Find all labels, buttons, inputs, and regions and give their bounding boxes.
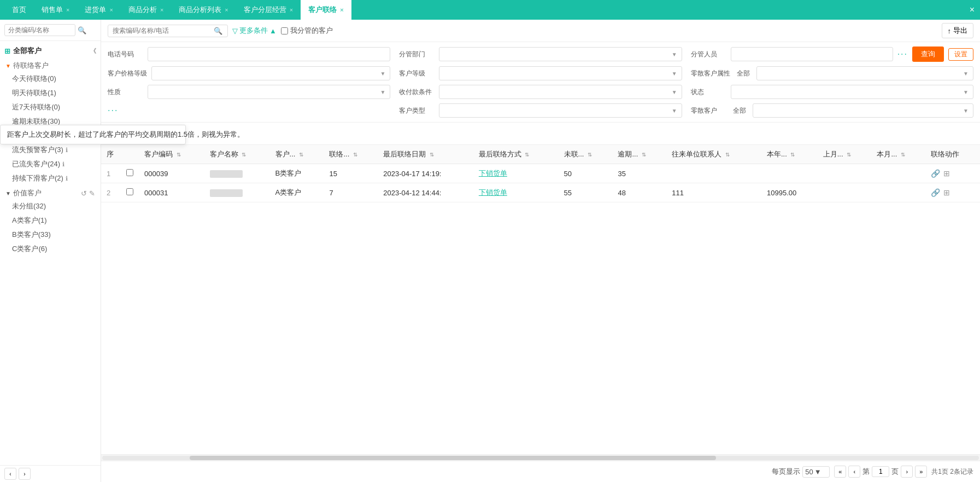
customer-level-select[interactable]: ▼ — [439, 66, 682, 80]
col-last-month[interactable]: 上月... ⇅ — [818, 145, 872, 164]
row-checkbox-1[interactable] — [126, 188, 133, 195]
filter-search-icon[interactable]: 🔍 — [214, 27, 222, 35]
sidebar-item-declining[interactable]: 持续下滑客户(2) ℹ — [0, 171, 101, 185]
col-last-method[interactable]: 最后联络方式 ⇅ — [473, 145, 559, 164]
table-area: ⚙ 序 客户编码 ⇅ 客户名称 ⇅ 客户... ⇅ 联络... ⇅ 最后联络日期… — [101, 123, 980, 482]
col-overdue[interactable]: 逾期... ⇅ — [612, 145, 666, 164]
collapse-icon[interactable]: 《 — [90, 47, 96, 55]
sidebar-item-ungrouped[interactable]: 未分组(32) — [0, 199, 101, 213]
action-grid-icon[interactable]: ⊞ — [943, 188, 950, 197]
chevron-down-icon-6: ▼ — [672, 89, 677, 95]
cell-checkbox[interactable] — [121, 164, 139, 183]
col-name[interactable]: 客户名称 ⇅ — [204, 145, 270, 164]
sidebar-next-button[interactable]: › — [19, 468, 31, 480]
sidebar-item-churned[interactable]: 已流失客户(24) ℹ — [0, 157, 101, 171]
sidebar-item-churn-warning[interactable]: 流失预警客户(3) ℹ — [0, 143, 101, 157]
payment-label: 收付款条件 — [399, 88, 435, 97]
col-level[interactable]: 客户... ⇅ — [270, 145, 324, 164]
nav-product-analysis-list[interactable]: 商品分析列表 × — [171, 0, 236, 20]
cell-checkbox[interactable] — [121, 183, 139, 202]
col-uncontacted[interactable]: 未联... ⇅ — [559, 145, 613, 164]
sidebar-item-b-class[interactable]: B类客户(33) — [0, 228, 101, 242]
sidebar: 🔍 ⊞ 全部客户 《 ▼ 待联络客户 今天待联络(0) 明天待联络(1) 近7天… — [0, 20, 101, 482]
retail-customer-select[interactable]: ▼ — [753, 103, 973, 118]
sort-icon-year: ⇅ — [790, 152, 795, 158]
close-sales-tab[interactable]: × — [66, 7, 69, 13]
col-last-date[interactable]: 最后联络日期 ⇅ — [378, 145, 473, 164]
action-grid-icon[interactable]: ⊞ — [943, 169, 950, 178]
action-link-icon[interactable]: 🔗 — [931, 188, 940, 197]
manager-label: 分管人员 — [691, 50, 726, 59]
settings-button[interactable]: 设置 — [948, 48, 973, 61]
manager-more-icon[interactable]: ··· — [897, 49, 908, 59]
refresh-icon[interactable]: ↺ — [81, 189, 87, 198]
cell-last-method[interactable]: 下销货单 — [473, 164, 559, 183]
close-product-analysis-tab[interactable]: × — [160, 7, 163, 13]
sidebar-item-c-class[interactable]: C类客户(6) — [0, 242, 101, 256]
next-page-button[interactable]: › — [901, 466, 913, 478]
close-purchase-tab[interactable]: × — [109, 7, 113, 13]
phone-input[interactable] — [148, 47, 390, 61]
nav-home[interactable]: 首页 — [4, 0, 34, 20]
scroll-thumb[interactable] — [190, 456, 715, 460]
nav-customer-contact[interactable]: 客户联络 × — [301, 0, 351, 20]
prev-page-button[interactable]: ‹ — [848, 466, 860, 478]
col-this-year[interactable]: 本年... ⇅ — [761, 145, 818, 164]
filter-row-nature: 性质 ▼ — [108, 85, 390, 99]
row-checkbox-0[interactable] — [126, 169, 133, 176]
export-button[interactable]: ↑ 导出 — [942, 23, 974, 38]
col-this-month[interactable]: 本月... ⇅ — [871, 145, 925, 164]
filter-search-input[interactable] — [113, 27, 214, 34]
manager-input[interactable] — [731, 47, 893, 61]
status-select[interactable]: ▼ — [731, 85, 973, 99]
dept-select[interactable]: ▼ — [439, 47, 682, 61]
more-conditions-btn[interactable]: ▽ 更多条件 ▲ — [232, 26, 277, 36]
my-customers-checkbox[interactable] — [281, 27, 288, 34]
all-customers-header[interactable]: ⊞ 全部客户 《 — [0, 43, 101, 59]
phone-label: 电话号码 — [108, 50, 143, 59]
first-page-button[interactable]: « — [834, 466, 846, 478]
close-customer-tier-tab[interactable]: × — [290, 7, 293, 13]
nav-sales[interactable]: 销售单 × — [34, 0, 77, 20]
price-level-select[interactable]: ▼ — [151, 66, 390, 80]
table-wrapper[interactable]: 序 客户编码 ⇅ 客户名称 ⇅ 客户... ⇅ 联络... ⇅ 最后联络日期 ⇅… — [101, 145, 980, 454]
page-input[interactable] — [872, 466, 889, 477]
pagination: 每页显示 50 ▼ « ‹ 第 页 › » 共1页 2条记录 — [101, 461, 980, 482]
action-link-icon[interactable]: 🔗 — [931, 169, 940, 178]
nav-purchase[interactable]: 进货单 × — [77, 0, 120, 20]
sidebar-item-today[interactable]: 今天待联络(0) — [0, 72, 101, 86]
customer-type-select[interactable]: ▼ — [439, 103, 682, 118]
retail-attr-select[interactable]: ▼ — [756, 66, 973, 80]
sidebar-search-input[interactable] — [4, 24, 75, 36]
filter-bar: 🔍 ▽ 更多条件 ▲ 我分管的客户 ↑ 导出 — [101, 20, 980, 42]
info-icon-churned[interactable]: ℹ — [62, 161, 64, 168]
sidebar-item-7days[interactable]: 近7天待联络(0) — [0, 100, 101, 114]
close-customer-contact-tab[interactable]: × — [340, 7, 343, 13]
horizontal-scrollbar[interactable] — [101, 454, 980, 461]
filter-row-customer-type: 客户类型 ▼ — [399, 103, 682, 118]
pending-contact-group[interactable]: ▼ 待联络客户 — [0, 59, 101, 72]
nav-product-analysis[interactable]: 商品分析 × — [121, 0, 171, 20]
info-icon-declining[interactable]: ℹ — [66, 175, 68, 182]
window-close-button[interactable]: × — [970, 5, 975, 15]
close-product-analysis-list-tab[interactable]: × — [225, 7, 228, 13]
info-icon-churn[interactable]: ℹ — [66, 147, 68, 154]
nav-customer-tier[interactable]: 客户分层经营 × — [236, 0, 301, 20]
col-contact-count[interactable]: 联络... ⇅ — [324, 145, 378, 164]
col-code[interactable]: 客户编码 ⇅ — [139, 145, 204, 164]
payment-select[interactable]: ▼ — [439, 85, 682, 99]
filter-more-dots[interactable]: ··· — [108, 106, 118, 115]
sidebar-prev-button[interactable]: ‹ — [4, 468, 16, 480]
data-table: 序 客户编码 ⇅ 客户名称 ⇅ 客户... ⇅ 联络... ⇅ 最后联络日期 ⇅… — [101, 145, 980, 202]
query-button[interactable]: 查询 — [912, 47, 944, 62]
edit-icon[interactable]: ✎ — [89, 189, 95, 198]
per-page-dropdown[interactable]: 50 ▼ — [802, 466, 830, 478]
cell-last-method[interactable]: 下销货单 — [473, 183, 559, 202]
sort-icon-this-month: ⇅ — [901, 152, 905, 158]
sidebar-search-icon[interactable]: 🔍 — [78, 26, 86, 34]
sidebar-item-tomorrow[interactable]: 明天待联络(1) — [0, 86, 101, 100]
nature-select[interactable]: ▼ — [148, 85, 390, 99]
last-page-button[interactable]: » — [915, 466, 927, 478]
sidebar-item-a-class[interactable]: A类客户(1) — [0, 213, 101, 228]
col-company-contact[interactable]: 往来单位联系人 ⇅ — [666, 145, 761, 164]
